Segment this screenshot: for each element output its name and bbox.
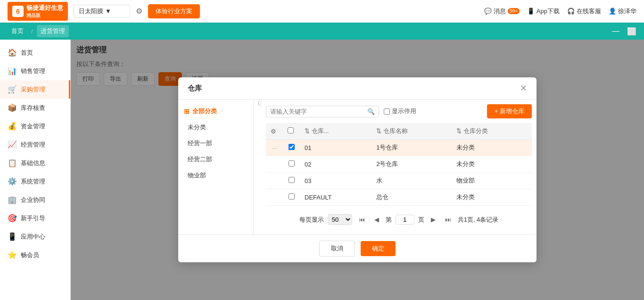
main-layout: 🏠 首页 📊 销售管理 🛒 采购管理 📦 库存核查 💰 资金管理 📈 经营管理 … [0, 40, 644, 300]
modal-footer: 取消 确定 [178, 234, 537, 262]
sidebar-item-finance[interactable]: 💰 资金管理 [0, 117, 70, 135]
row-gear-4 [266, 189, 283, 206]
sidebar-item-system[interactable]: ⚙️ 系统管理 [0, 172, 70, 191]
online-service-action[interactable]: 🎧 在线客服 [567, 7, 601, 16]
category-all[interactable]: ⊞ 全部分类 [178, 103, 253, 119]
enterprise-icon: 🏢 [8, 195, 17, 204]
table-row[interactable]: 02 2号仓库 未分类 [266, 156, 532, 173]
show-disabled-label[interactable]: 显示停用 [384, 107, 416, 116]
col-name-header: ⇅ 仓库名称 [372, 123, 452, 140]
col-gear-header: ⚙ [266, 123, 283, 140]
window-maximize-icon[interactable]: ⬜ [627, 27, 636, 36]
category-property[interactable]: 物业部 [178, 167, 253, 183]
branch-selector[interactable]: 日太阳膜 ▼ [74, 5, 130, 18]
sidebar-item-apps[interactable]: 📱 应用中心 [0, 227, 70, 246]
subnav-purchase[interactable]: 进货管理 [37, 25, 69, 37]
username-label: 徐泽华 [618, 7, 636, 16]
confirm-button[interactable]: 确定 [361, 241, 396, 256]
category-all-label: 全部分类 [192, 107, 217, 116]
row-checkbox-2[interactable] [289, 160, 295, 167]
row-category-1: 未分类 [452, 140, 532, 156]
row-category-4: 未分类 [452, 189, 532, 206]
sidebar-item-guide[interactable]: 🎯 新手引导 [0, 209, 70, 227]
row-checkbox-4[interactable] [289, 193, 295, 200]
last-page-btn[interactable]: ⏭ [442, 215, 454, 224]
message-action[interactable]: 💬 消息 99+ [484, 7, 520, 16]
modal-close-icon[interactable]: ✕ [520, 83, 527, 93]
prev-page-btn[interactable]: ◀ [372, 215, 382, 224]
experience-btn[interactable]: 体验行业方案 [148, 4, 200, 18]
sidebar-item-sales[interactable]: 📊 销售管理 [0, 62, 70, 80]
pagination: 每页显示 50 20 100 ⏮ ◀ 第 页 ▶ [266, 209, 532, 230]
logo-icon: 6 [12, 6, 24, 17]
sidebar-label-home: 首页 [21, 49, 33, 57]
subnav-home[interactable]: 首页 [8, 25, 27, 37]
user-icon: 👤 [609, 8, 616, 15]
col-check-header [283, 123, 300, 140]
col-category-label: 仓库分类 [463, 127, 488, 134]
add-warehouse-btn[interactable]: + 新增仓库 [487, 104, 532, 118]
sidebar-item-basic-info[interactable]: 📋 基础信息 [0, 154, 70, 172]
row-code-3: 03 [300, 173, 372, 189]
message-label: 消息 [494, 7, 506, 16]
table-row[interactable]: DEFAULT 总仓 未分类 [266, 189, 532, 206]
modal-title: 仓库 [188, 84, 202, 93]
row-code-2: 02 [300, 156, 372, 173]
total-info: 共1页, 4条记录 [458, 216, 499, 224]
show-disabled-checkbox[interactable] [384, 108, 390, 115]
category-operations-dept2[interactable]: 经营二部 [178, 151, 253, 167]
vip-icon: ⭐ [8, 250, 17, 259]
modal-header: 仓库 ✕ [178, 77, 537, 100]
category-operations-dept1[interactable]: 经营一部 [178, 135, 253, 151]
window-minimize-icon[interactable]: — [612, 27, 619, 35]
first-page-btn[interactable]: ⏮ [356, 215, 368, 224]
online-service-label: 在线客服 [577, 7, 601, 16]
next-page-btn[interactable]: ▶ [428, 215, 438, 224]
category-collapse-btn[interactable]: 《 [254, 100, 261, 108]
table-toolbar: 🔍 显示停用 + 新增仓库 [266, 104, 532, 118]
page-suffix: 页 [418, 216, 424, 224]
purchase-icon: 🛒 [8, 85, 17, 94]
branch-name: 日太阳膜 [79, 7, 103, 16]
page-input[interactable] [396, 215, 414, 225]
col-name-label: 仓库名称 [383, 127, 408, 134]
branch-chevron-icon: ▼ [105, 8, 111, 15]
operations-icon: 📈 [8, 140, 17, 149]
sidebar-item-enterprise[interactable]: 🏢 企业协同 [0, 191, 70, 209]
row-code-4: DEFAULT [300, 189, 372, 206]
sidebar-label-system: 系统管理 [21, 177, 45, 186]
sidebar-label-operations: 经营管理 [21, 141, 45, 149]
sidebar-item-purchase[interactable]: 🛒 采购管理 [0, 80, 70, 99]
sidebar-label-basic-info: 基础信息 [21, 159, 45, 167]
warehouse-modal: 仓库 ✕ ⊞ 全部分类 未分类 经营一部 经营二部 物业部 [178, 77, 537, 262]
gear-col-icon: ⚙ [271, 128, 276, 135]
per-page-select[interactable]: 50 20 100 [328, 214, 352, 225]
app-download-label: App下载 [537, 7, 560, 16]
sidebar-label-inventory: 库存核查 [21, 104, 45, 112]
sidebar-item-home[interactable]: 🏠 首页 [0, 43, 70, 62]
user-avatar-action[interactable]: 👤 徐泽华 [609, 7, 636, 16]
row-code-1: 01 [300, 140, 372, 156]
row-checkbox-1[interactable] [289, 144, 295, 150]
settings-gear-icon[interactable]: ⚙ [136, 7, 142, 16]
row-checkbox-3[interactable] [289, 177, 295, 183]
sidebar-label-guide: 新手引导 [21, 214, 45, 223]
cancel-button[interactable]: 取消 [319, 241, 355, 257]
row-gear-3 [266, 173, 283, 189]
col-category-header: ⇅ 仓库分类 [452, 123, 532, 140]
search-input[interactable] [270, 108, 367, 115]
app-download-action[interactable]: 📱 App下载 [527, 7, 560, 16]
table-body: ··· 01 1号仓库 未分类 02 [266, 140, 532, 206]
select-all-checkbox[interactable] [288, 127, 294, 133]
sidebar-item-operations[interactable]: 📈 经营管理 [0, 135, 70, 154]
table-row[interactable]: ··· 01 1号仓库 未分类 [266, 140, 532, 156]
category-panel: ⊞ 全部分类 未分类 经营一部 经营二部 物业部 [178, 100, 254, 234]
table-row[interactable]: 03 水 物业部 [266, 173, 532, 189]
category-unclassified[interactable]: 未分类 [178, 119, 253, 135]
sidebar-item-inventory[interactable]: 📦 库存核查 [0, 99, 70, 117]
table-header-row: ⚙ ⇅ 仓库... ⇅ 仓库名称 [266, 123, 532, 140]
sidebar-item-vip[interactable]: ⭐ 畅会员 [0, 246, 70, 264]
show-disabled-text: 显示停用 [392, 107, 416, 116]
page-text: 第 [386, 216, 392, 224]
sidebar-label-sales: 销售管理 [21, 67, 45, 75]
